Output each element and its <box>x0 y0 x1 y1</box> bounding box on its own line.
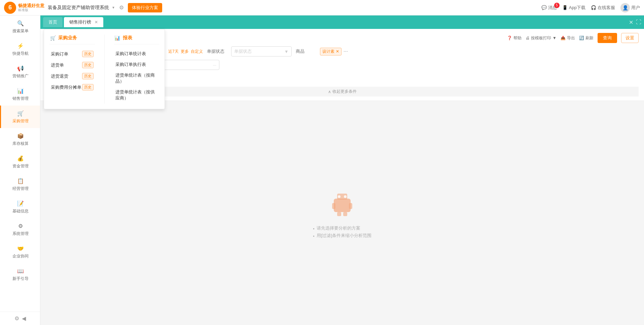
tab-sales-rank-label: 销售排行榜 <box>69 19 91 25</box>
tab-close-all-btn[interactable]: ✕ <box>629 19 633 26</box>
finance-icon: 💰 <box>17 155 24 162</box>
purchase-return-item[interactable]: 进货退货 历史 <box>49 71 95 82</box>
sidebar-item-search[interactable]: 🔍 搜索菜单 <box>0 15 40 38</box>
system-icon: ⚙ <box>17 222 24 230</box>
purchase-business-col: 🛒 采购业务 采购订单 历史 进货单 历史 进货退货 历史 采购费用分摊单 历史 <box>49 35 95 104</box>
sidebar-item-basic[interactable]: 📝 基础信息 <box>0 196 40 218</box>
notification-badge: 5 <box>554 3 560 8</box>
sidebar-bottom: ⚙ ◀ <box>0 312 40 325</box>
export-button[interactable]: 📤 导出 <box>561 35 575 41</box>
sidebar-label-inventory: 库存核算 <box>12 141 29 147</box>
system-name-text: 装备及固定资产辅助管理系统 <box>48 5 109 11</box>
quick-nav-icon: ⚡ <box>17 42 24 49</box>
sidebar-item-guide[interactable]: 📖 新手引导 <box>0 263 40 286</box>
query-button[interactable]: 查询 <box>598 33 617 43</box>
headset-icon: 🎧 <box>591 5 596 10</box>
notification-item[interactable]: 💬 消息 5 <box>541 5 557 11</box>
marketing-icon: 📢 <box>17 65 24 72</box>
date-more-btn[interactable]: 更多 <box>181 49 189 54</box>
app-download-item[interactable]: 📱 App下载 <box>562 5 585 11</box>
svg-rect-7 <box>343 212 347 216</box>
date-custom-btn[interactable]: 自定义 <box>191 49 203 54</box>
phone-icon: 📱 <box>562 5 568 10</box>
sidebar-item-operations[interactable]: 📋 经营管理 <box>0 173 40 196</box>
empty-tips: 请先选择要分析的方案 用[过滤]条件来缩小分析范围 <box>313 225 371 239</box>
tab-home[interactable]: 首页 <box>43 17 63 27</box>
sidebar-label-basic: 基础信息 <box>12 208 29 214</box>
header-right: 💬 消息 5 📱 App下载 🎧 在线客服 👤 用户 <box>541 3 640 12</box>
sidebar-label-search: 搜索菜单 <box>12 28 29 34</box>
sidebar-item-enterprise[interactable]: 🤝 企业协同 <box>0 241 40 263</box>
header-system-name: 装备及固定资产辅助管理系统 ▼ ⚙ 体验行业方案 <box>44 3 541 12</box>
export-icon: 📤 <box>561 36 566 40</box>
tab-expand-btn[interactable]: ⛶ <box>636 19 641 25</box>
sidebar-item-purchase[interactable]: 🛒 采购管理 <box>0 106 40 128</box>
date-7days-btn[interactable]: 近7天 <box>168 49 179 54</box>
purchase-order-history-badge: 历史 <box>82 51 94 57</box>
logo-icon: 6 <box>4 2 16 14</box>
user-item[interactable]: 👤 用户 <box>620 3 640 12</box>
report-purchase-order-stat[interactable]: 采购订单统计表 <box>114 48 159 59</box>
settings-button[interactable]: 设置 <box>621 33 639 43</box>
purchase-icon: 🛒 <box>17 110 24 117</box>
sidebar: 🔍 搜索菜单 ⚡ 快捷导航 📢 营销推广 📊 销售管理 🛒 采购管理 📦 库存核… <box>0 15 40 325</box>
goods-label: 商品 <box>296 48 316 54</box>
goods-tag: 设计素 ✕ <box>320 48 342 55</box>
sidebar-settings-btn[interactable]: ⚙ <box>14 315 19 322</box>
print-icon: 🖨 <box>526 36 530 40</box>
tab-home-label: 首页 <box>48 19 57 25</box>
salesperson-more-btn[interactable]: ··· <box>213 63 216 68</box>
goods-more-btn[interactable]: ··· <box>344 48 348 54</box>
online-service-item[interactable]: 🎧 在线客服 <box>591 5 615 11</box>
sidebar-label-enterprise: 企业协同 <box>12 253 29 259</box>
purchase-order-item[interactable]: 采购订单 历史 <box>49 48 95 59</box>
sidebar-item-finance[interactable]: 💰 资金管理 <box>0 151 40 173</box>
print-button[interactable]: 🖨 按模板打印 ▼ <box>526 35 557 41</box>
logo-area: 6 畅捷通好生意 标准版 <box>4 2 44 14</box>
search-icon: 🔍 <box>17 19 24 27</box>
purchase-expense-item[interactable]: 采购费用分摊单 历史 <box>49 82 95 93</box>
logo-text: 畅捷通好生意 标准版 <box>18 3 44 12</box>
empty-tip-1: 请先选择要分析的方案 <box>313 225 371 232</box>
purchase-business-title: 🛒 采购业务 <box>49 35 95 44</box>
sidebar-label-purchase: 采购管理 <box>12 118 29 124</box>
report-purchase-order-exec[interactable]: 采购订单执行表 <box>114 59 159 70</box>
empty-state: 请先选择要分析的方案 用[过滤]条件来缩小分析范围 <box>40 101 644 325</box>
purchase-return-history-badge: 历史 <box>82 73 94 79</box>
gear-button[interactable]: ⚙ <box>118 3 125 12</box>
svg-point-2 <box>338 195 341 198</box>
purchase-expense-history-badge: 历史 <box>82 84 94 90</box>
enterprise-icon: 🤝 <box>17 245 24 252</box>
dropdown-divider <box>104 35 105 104</box>
sidebar-item-inventory[interactable]: 📦 库存核算 <box>0 128 40 151</box>
tab-close-icon[interactable]: ✕ <box>95 20 98 25</box>
empty-tip-2: 用[过滤]条件来缩小分析范围 <box>313 232 371 239</box>
report-inbound-by-supplier[interactable]: 进货单统计表（按供应商） <box>114 87 159 104</box>
svg-point-3 <box>344 195 347 198</box>
help-button[interactable]: ❓ 帮助 <box>507 35 522 41</box>
sidebar-label-operations: 经营管理 <box>12 186 29 192</box>
refresh-button[interactable]: 🔄 刷新 <box>579 35 594 41</box>
online-service-label: 在线客服 <box>598 5 615 11</box>
sidebar-item-marketing[interactable]: 📢 营销推广 <box>0 60 40 83</box>
tab-sales-rank[interactable]: 销售排行榜 ✕ <box>64 17 103 27</box>
report-col-icon: 📊 <box>114 35 121 41</box>
report-col: 📊 报表 采购订单统计表 采购订单执行表 进货单统计表（按商品） 进货单统计表（… <box>114 35 159 104</box>
sidebar-item-sales[interactable]: 📊 销售管理 <box>0 83 40 106</box>
inventory-icon: 📦 <box>17 132 24 139</box>
help-icon: ❓ <box>507 36 512 40</box>
collapse-icon: ∧ <box>328 89 331 94</box>
sidebar-item-quick-nav[interactable]: ⚡ 快捷导航 <box>0 38 40 60</box>
svg-rect-4 <box>332 203 335 209</box>
report-inbound-by-goods[interactable]: 进货单统计表（按商品） <box>114 70 159 87</box>
purchase-business-icon: 🛒 <box>49 35 56 41</box>
sidebar-collapse-btn[interactable]: ◀ <box>22 315 26 322</box>
sidebar-item-system[interactable]: ⚙ 系统管理 <box>0 218 40 241</box>
document-status-placeholder: 单据状态 <box>234 48 252 54</box>
purchase-inbound-item[interactable]: 进货单 历史 <box>49 59 95 71</box>
industry-button[interactable]: 体验行业方案 <box>128 3 162 12</box>
system-dropdown-arrow[interactable]: ▼ <box>112 6 115 9</box>
purchase-inbound-history-badge: 历史 <box>82 62 94 68</box>
date-quick-buttons: 近7天 更多 自定义 <box>168 49 203 54</box>
goods-tag-close[interactable]: ✕ <box>336 49 339 54</box>
